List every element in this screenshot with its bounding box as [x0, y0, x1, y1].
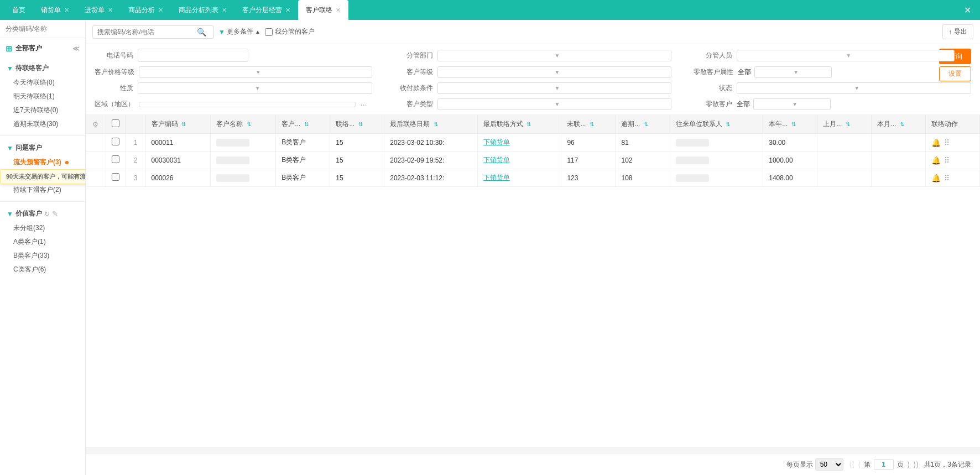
td-checkbox-2[interactable]	[106, 169, 126, 187]
th-gear[interactable]: ⚙	[86, 115, 106, 134]
th-contact[interactable]: 联络... ⇅	[330, 115, 384, 134]
th-this-year[interactable]: 本年... ⇅	[763, 115, 817, 134]
sort-icon-overdue: ⇅	[644, 121, 648, 127]
th-last-way[interactable]: 最后联络方式 ⇅	[477, 115, 561, 134]
th-code[interactable]: 客户编码 ⇅	[145, 115, 211, 134]
sidebar-group-pending-title[interactable]: ▼ 待联络客户	[0, 61, 85, 76]
action-more-icon-2[interactable]: ⠿	[944, 174, 950, 182]
action-more-icon-1[interactable]: ⠿	[944, 156, 950, 165]
payment-select[interactable]: ▼	[437, 82, 672, 94]
row-checkbox-2[interactable]	[112, 173, 119, 181]
my-customers-checkbox[interactable]	[265, 28, 273, 36]
gear-icon[interactable]: ⚙	[92, 121, 98, 128]
my-customers-checkbox-label[interactable]: 我分管的客户	[265, 27, 315, 36]
nature-select[interactable]: ▼	[138, 82, 372, 94]
value-refresh-icon[interactable]: ↻	[44, 210, 50, 218]
last-way-link-0[interactable]: 下销货单	[483, 138, 510, 146]
th-type[interactable]: 客户... ⇅	[276, 115, 330, 134]
tab-customer-contact-close[interactable]: ✕	[336, 7, 341, 14]
prev-page-button[interactable]: ⟨	[858, 460, 861, 469]
person-label: 分管人员	[694, 51, 732, 60]
th-last-month[interactable]: 上月... ⇅	[817, 115, 872, 134]
sidebar-item-class-a[interactable]: A类客户(1)	[0, 235, 85, 249]
tab-home[interactable]: 首页	[4, 0, 33, 20]
sidebar-group-problem-title[interactable]: ▼ 问题客户	[0, 140, 85, 155]
last-way-link-2[interactable]: 下销货单	[483, 174, 510, 181]
divider-1	[0, 135, 85, 136]
action-more-icon-0[interactable]: ⠿	[944, 138, 950, 147]
customer-table: ⚙ 客户编码 ⇅ 客户名称 ⇅ 客户... ⇅	[86, 115, 980, 187]
sidebar-item-overdue[interactable]: 逾期未联络(30)	[0, 117, 85, 131]
tab-product-analysis[interactable]: 商品分析 ✕	[121, 0, 171, 20]
page-input[interactable]	[874, 459, 894, 470]
th-overdue[interactable]: 逾期... ⇅	[616, 115, 670, 134]
region-select[interactable]	[139, 102, 356, 107]
last-page-button[interactable]: ⟩⟩	[913, 460, 919, 469]
person-select[interactable]: ▼	[737, 50, 955, 61]
row-checkbox-1[interactable]	[112, 155, 119, 163]
td-last-way-0[interactable]: 下销货单	[477, 134, 561, 152]
all-customers-header[interactable]: ⊞ 全部客户 ≪	[0, 40, 85, 56]
dept-select[interactable]: ▼	[437, 50, 672, 61]
export-button[interactable]: ↑ 导出	[942, 24, 973, 39]
tab-customer-tier[interactable]: 客户分层经营 ✕	[234, 0, 298, 20]
th-last-date[interactable]: 最后联络日期 ⇅	[384, 115, 477, 134]
sidebar-item-tomorrow[interactable]: 明天待联络(1)	[0, 90, 85, 103]
tab-customer-tier-close[interactable]: ✕	[285, 7, 290, 14]
td-last-way-2[interactable]: 下销货单	[477, 169, 561, 187]
select-all-checkbox[interactable]	[112, 119, 119, 127]
th-unit-contact[interactable]: 往来单位联系人 ⇅	[670, 115, 763, 134]
per-page-select[interactable]: 50 100	[815, 458, 843, 471]
sidebar-item-declining[interactable]: 持续下滑客户(2)	[0, 183, 85, 197]
sidebar-item-class-b[interactable]: B类客户(33)	[0, 249, 85, 263]
last-way-link-1[interactable]: 下销货单	[483, 156, 510, 164]
td-checkbox-0[interactable]	[106, 134, 126, 152]
phone-input[interactable]	[138, 49, 248, 62]
action-bell-icon-2[interactable]: 🔔	[931, 174, 941, 182]
td-type-2: B类客户	[276, 169, 330, 187]
sidebar-item-7days[interactable]: 近7天待联络(0)	[0, 103, 85, 117]
search-button[interactable]: 🔍	[197, 28, 206, 36]
action-bell-icon-1[interactable]: 🔔	[931, 156, 941, 165]
table-scroll-x[interactable]	[86, 447, 980, 453]
tab-customer-contact[interactable]: 客户联络 ✕	[298, 0, 348, 20]
sidebar-item-ungrouped[interactable]: 未分组(32)	[0, 221, 85, 235]
search-input[interactable]	[97, 28, 197, 36]
customer-grade-select[interactable]: ▼	[437, 66, 672, 78]
sort-icon-name: ⇅	[247, 121, 251, 127]
price-grade-select[interactable]: ▼	[139, 66, 372, 78]
td-checkbox-1[interactable]	[106, 152, 126, 169]
td-num-1: 2	[126, 152, 145, 169]
status-select[interactable]: ▼	[737, 82, 971, 94]
tab-sales[interactable]: 销货单 ✕	[33, 0, 77, 20]
settings-button[interactable]: 设置	[939, 66, 971, 81]
tab-sales-close[interactable]: ✕	[64, 7, 69, 14]
next-page-button[interactable]: ⟩	[907, 460, 910, 469]
sidebar-item-class-c[interactable]: C类客户(6)	[0, 263, 85, 276]
action-bell-icon-0[interactable]: 🔔	[931, 138, 941, 147]
tab-purchase-close[interactable]: ✕	[108, 7, 113, 14]
window-close-button[interactable]: ✕	[960, 5, 976, 15]
value-edit-icon[interactable]: ✎	[52, 210, 58, 218]
more-conditions-button[interactable]: ▼ 更多条件 ▲	[218, 27, 260, 36]
tab-purchase[interactable]: 进货单 ✕	[77, 0, 121, 20]
filter-field-region: 区域（地区） ···	[95, 100, 372, 109]
sidebar-item-today[interactable]: 今天待联络(0)	[0, 76, 85, 90]
customer-type-select[interactable]: ▼	[437, 98, 672, 110]
sidebar-search-input[interactable]	[6, 25, 86, 33]
tab-product-list-close[interactable]: ✕	[222, 7, 227, 14]
sidebar-item-churn-warning[interactable]: 流失预警客户(3) 90天未交易的客户，可能有流失风险。	[0, 155, 85, 169]
first-page-button[interactable]: ⟨⟨	[849, 460, 854, 469]
tab-product-analysis-close[interactable]: ✕	[158, 7, 163, 14]
td-last-way-1[interactable]: 下销货单	[477, 152, 561, 169]
th-this-month[interactable]: 本月... ⇅	[872, 115, 926, 134]
region-ellipsis[interactable]: ···	[356, 100, 372, 109]
tab-product-list[interactable]: 商品分析列表 ✕	[171, 0, 234, 20]
row-checkbox-0[interactable]	[112, 138, 119, 145]
zero-customer-select[interactable]: ▼	[753, 98, 831, 110]
sidebar-group-problem: ▼ 问题客户 流失预警客户(3) 90天未交易的客户，可能有流失风险。 已流失客…	[0, 138, 85, 199]
th-name[interactable]: 客户名称 ⇅	[211, 115, 276, 134]
sidebar-group-value-title[interactable]: ▼ 价值客户 ↻ ✎	[0, 206, 85, 221]
zero-attr-select[interactable]: ▼	[754, 66, 832, 78]
th-uncontact[interactable]: 未联... ⇅	[561, 115, 616, 134]
